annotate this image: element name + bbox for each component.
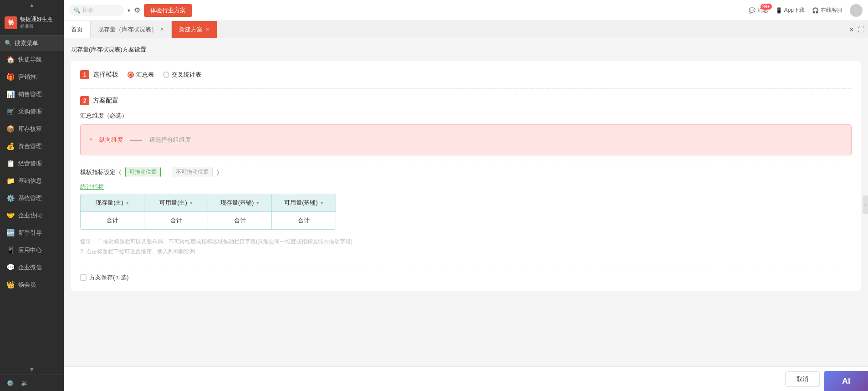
tab-close-icon[interactable]: ✕ [849, 26, 854, 33]
service-label: 在线客服 [821, 6, 842, 14]
sidebar: ▲ 畅 畅捷通好生意 标准版 🔍 搜索菜单 🏠 快捷导航 🎁 营销推广 📊 销售… [0, 0, 64, 391]
radio-summary-circle [128, 72, 134, 78]
topbar-online-service[interactable]: 🎧 在线客服 [812, 6, 842, 14]
nav-label: 销售管理 [18, 90, 42, 98]
nav-label: 营销推广 [18, 73, 42, 81]
radio-summary[interactable]: 汇总表 [128, 71, 154, 79]
user-avatar[interactable] [850, 4, 863, 17]
nav-label: 资金管理 [18, 142, 42, 150]
sidebar-logo: 畅 畅捷通好生意 标准版 [0, 10, 64, 36]
message-icon: 💬 [749, 7, 756, 14]
sidebar-item-basic[interactable]: 📁 基础信息 [0, 172, 64, 190]
sidebar-item-wechat[interactable]: 💬 企业微信 [0, 259, 64, 276]
stats-col-2[interactable]: 可用量(主) ▾ [144, 194, 208, 211]
app-version: 标准版 [20, 23, 53, 30]
right-edge-handle[interactable]: ‹ [863, 196, 868, 214]
sidebar-bottom: ⚙️ 🔉 [0, 375, 64, 391]
col2-label: 可用量(主) [159, 199, 187, 207]
dim-required-mark: * [90, 137, 92, 144]
dim-arrow: —— [130, 137, 142, 144]
search-label: 搜索菜单 [15, 39, 38, 47]
stats-col-1[interactable]: 现存量(主) ▾ [81, 194, 144, 211]
stats-col-4[interactable]: 可用量(基辅) ▾ [272, 194, 336, 211]
stats-col-3[interactable]: 现存量(基辅) ▾ [208, 194, 272, 211]
topbar-search-box[interactable]: 🔍 搜索 [69, 5, 124, 16]
sidebar-item-operations[interactable]: 📋 经营管理 [0, 155, 64, 172]
sidebar-scroll-down[interactable]: ▼ [0, 364, 64, 375]
tab-inventory-status[interactable]: 现存量（库存状况表） ✕ [91, 21, 172, 38]
sidebar-item-newguide[interactable]: 🆕 新手引导 [0, 224, 64, 242]
marketing-icon: 🎁 [6, 73, 15, 81]
data-cell-2: 合计 [144, 212, 208, 229]
sidebar-item-marketing[interactable]: 🎁 营销推广 [0, 68, 64, 86]
new-plan-tab-label: 新建方案 [179, 26, 203, 34]
divider-3 [80, 266, 852, 266]
radio-summary-label: 汇总表 [136, 71, 154, 79]
section-plan-config: 2 方案配置 汇总维度（必选） * 纵向维度 —— 请选择分组维度 [80, 96, 852, 257]
sidebar-item-system[interactable]: ⚙️ 系统管理 [0, 190, 64, 207]
dim-box: * 纵向维度 —— 请选择分组维度 [80, 124, 852, 155]
sidebar-item-finance[interactable]: 💰 资金管理 [0, 138, 64, 155]
stats-section: 统计指标 现存量(主) ▾ 可用量(主) ▾ [80, 183, 852, 230]
sidebar-item-shortcut[interactable]: 🏠 快捷导航 [0, 51, 64, 68]
section2-header: 2 方案配置 [80, 96, 852, 105]
stats-header-row: 现存量(主) ▾ 可用量(主) ▾ 现存量(基辅) ▾ [81, 194, 336, 211]
col3-label: 现存量(基辅) [220, 199, 254, 207]
sidebar-item-sales[interactable]: 📊 销售管理 [0, 86, 64, 103]
new-plan-tab-close[interactable]: ✕ [205, 26, 209, 32]
sidebar-item-purchase[interactable]: 🛒 采购管理 [0, 103, 64, 120]
col1-chevron: ▾ [126, 200, 129, 206]
section1-num: 1 [80, 70, 89, 79]
ai-button[interactable]: Ai [824, 371, 868, 391]
topbar-right: 💬 消息 99+ 📱 App下载 🎧 在线客服 [749, 4, 863, 17]
save-label: 方案保存(可选) [89, 273, 129, 282]
divider-2 [80, 161, 852, 161]
tab-expand-icon[interactable]: ⛶ [858, 26, 864, 33]
sidebar-scroll-up[interactable]: ▲ [0, 0, 64, 10]
phone-icon: 📱 [776, 7, 782, 14]
nav-label: 基础信息 [18, 177, 42, 185]
stats-section-label: 统计指标 [80, 183, 852, 191]
section2-title: 方案配置 [93, 97, 118, 105]
save-checkbox[interactable] [80, 274, 87, 281]
app-logo-icon: 畅 [5, 16, 17, 29]
cancel-button[interactable]: 取消 [785, 371, 820, 387]
sidebar-item-inventory[interactable]: 📦 库存核算 [0, 120, 64, 138]
tab-new-plan[interactable]: 新建方案 ✕ [172, 21, 217, 38]
topbar-gear-icon[interactable]: ⚙ [134, 6, 140, 15]
enterprise-icon: 🤝 [6, 211, 15, 220]
industry-btn[interactable]: 体验行业方案 [144, 4, 192, 17]
radio-cross-label: 交叉统计表 [172, 71, 201, 79]
nav-label: 经营管理 [18, 159, 42, 168]
nav-label: 库存核算 [18, 125, 42, 133]
inventory-tab-close[interactable]: ✕ [160, 26, 164, 32]
topbar-app-download[interactable]: 📱 App下载 [776, 6, 805, 14]
dim-placeholder[interactable]: 请选择分组维度 [149, 136, 191, 144]
system-icon: ⚙️ [6, 194, 15, 202]
headset-icon: 🎧 [812, 7, 819, 14]
operations-icon: 📋 [6, 159, 15, 168]
search-icon: 🔍 [5, 40, 12, 46]
message-badge: 99+ [761, 4, 772, 10]
sidebar-item-enterprise[interactable]: 🤝 企业协同 [0, 207, 64, 224]
dim-field-label: 纵向维度 [99, 136, 123, 144]
radio-cross[interactable]: 交叉统计表 [163, 71, 201, 79]
draggable-tag: 可拖动位置 [125, 167, 161, 177]
sidebar-search[interactable]: 🔍 搜索菜单 [0, 36, 64, 51]
sidebar-item-appcenter[interactable]: 📱 应用中心 [0, 242, 64, 259]
tip-text-2: 2. 点击标题栏下拉可设置排序、插入列和删除列 [80, 247, 195, 257]
nav-label: 系统管理 [18, 194, 42, 202]
speaker-icon[interactable]: 🔉 [21, 380, 28, 386]
sidebar-item-member[interactable]: 👑 畅会员 [0, 276, 64, 293]
tip-title: 提示： [80, 237, 97, 247]
stats-table: 现存量(主) ▾ 可用量(主) ▾ 现存量(基辅) ▾ [80, 194, 336, 230]
col3-chevron: ▾ [256, 200, 259, 206]
app-download-label: App下载 [784, 6, 805, 14]
indicator-setting-label: 模板指标设定（ [80, 168, 122, 176]
action-bar: 取消 查询 [64, 366, 868, 391]
topbar-dropdown-arrow[interactable]: ▾ [128, 7, 130, 14]
topbar-message[interactable]: 💬 消息 99+ [749, 6, 768, 14]
tab-home[interactable]: 首页 [64, 21, 91, 38]
settings-icon[interactable]: ⚙️ [6, 380, 14, 386]
sidebar-nav: 🏠 快捷导航 🎁 营销推广 📊 销售管理 🛒 采购管理 📦 库存核算 💰 资金管… [0, 51, 64, 364]
